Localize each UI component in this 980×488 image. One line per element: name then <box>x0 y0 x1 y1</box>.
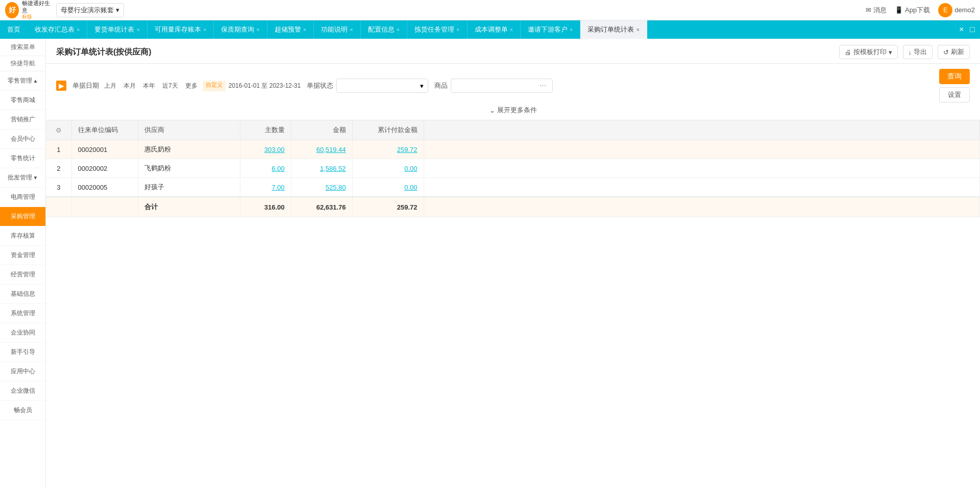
nav-tabs: 首页 收发存汇总表 × 要货单统计表 × 可用量库存账本 × 保质期查询 × 超… <box>0 20 980 39</box>
date-opt-this-month[interactable]: 本月 <box>121 81 138 91</box>
close-all-btn[interactable]: × <box>958 24 965 35</box>
col-header-amount[interactable]: 金额 <box>291 120 352 140</box>
sidebar-item-wholesale[interactable]: 批发管理 ▼ <box>0 168 45 188</box>
maximize-btn[interactable]: □ <box>969 24 976 35</box>
sidebar-item-retail[interactable]: 零售管理 ▲ <box>0 71 45 91</box>
cell-supplier: 好孩子 <box>138 178 240 197</box>
page-title: 采购订单统计表(按供应商) <box>56 47 152 58</box>
footer-amount: 62,631.76 <box>291 197 352 217</box>
filter-toggle-btn[interactable]: ▶ <box>56 81 66 91</box>
cell-paid[interactable]: 0.00 <box>352 178 424 197</box>
close-icon[interactable]: × <box>350 27 353 33</box>
close-icon[interactable]: × <box>397 27 400 33</box>
tab-baozhi[interactable]: 保质期查询 × <box>214 20 267 39</box>
close-icon[interactable]: × <box>636 27 639 33</box>
sidebar-search[interactable]: 搜索菜单 <box>0 39 45 56</box>
sidebar-item-wechat[interactable]: 企业微信 <box>0 381 45 401</box>
org-selector[interactable]: 母婴行业演示账套 ▾ <box>56 3 124 17</box>
sidebar-item-finance[interactable]: 资金管理 <box>0 246 45 265</box>
sidebar: 搜索菜单 快捷导航 零售管理 ▲ 零售商城 营销推广 会员中心 零售统计 批发管… <box>0 39 46 488</box>
cell-num: 1 <box>46 140 71 159</box>
close-icon[interactable]: × <box>77 27 80 33</box>
cell-amount[interactable]: 60,519.44 <box>291 140 352 159</box>
cell-supplier: 飞鹤奶粉 <box>138 159 240 178</box>
table-header-row: ⚙ 往来单位编码 供应商 主数量 金额 累计付款金额 <box>46 120 980 140</box>
date-opt-more[interactable]: 更多 <box>183 81 200 91</box>
col-header-paid[interactable]: 累计付款金额 <box>352 120 424 140</box>
close-icon[interactable]: × <box>456 27 459 33</box>
tab-invite[interactable]: 邀请下游客户 × <box>521 20 580 39</box>
tab-purchase-stats[interactable]: 采购订单统计表 × <box>580 20 647 39</box>
tab-jianhuo[interactable]: 拣货任务管理 × <box>407 20 467 39</box>
filter-area: ▶ 单据日期 上月 本月 本年 近7天 更多 自定义 2016-01-01 至 … <box>46 64 980 120</box>
cell-qty[interactable]: 7.00 <box>240 178 291 197</box>
user-info[interactable]: E demo2 <box>938 3 975 17</box>
sidebar-item-membership[interactable]: 畅会员 <box>0 401 45 420</box>
date-opt-custom[interactable]: 自定义 <box>203 81 226 91</box>
cell-amount[interactable]: 1,586.52 <box>291 159 352 178</box>
sidebar-item-purchase[interactable]: 采购管理 <box>0 207 45 226</box>
tab-chengben[interactable]: 成本调整单 × <box>468 20 521 39</box>
table-row[interactable]: 1 00020001 惠氏奶粉 303.00 60,519.44 259.72 <box>46 140 980 159</box>
col-header-code[interactable]: 往来单位编码 <box>71 120 138 140</box>
close-icon[interactable]: × <box>256 27 259 33</box>
export-icon: ↓ <box>909 48 912 56</box>
avatar: E <box>938 3 952 17</box>
message-btn[interactable]: ✉ 消息 <box>866 6 887 15</box>
table-row[interactable]: 2 00020002 飞鹤奶粉 6.00 1,586.52 0.00 <box>46 159 980 178</box>
sidebar-item-enterprise[interactable]: 企业协同 <box>0 323 45 343</box>
table-row[interactable]: 3 00020005 好孩子 7.00 525.80 0.00 <box>46 178 980 197</box>
query-button[interactable]: 查询 <box>939 69 970 84</box>
app-download-btn[interactable]: 📱 App下载 <box>895 6 930 15</box>
close-icon[interactable]: × <box>570 27 573 33</box>
date-opt-this-year[interactable]: 本年 <box>141 81 157 91</box>
sidebar-item-marketing[interactable]: 营销推广 <box>0 110 45 130</box>
sidebar-item-newbie[interactable]: 新手引导 <box>0 343 45 362</box>
sidebar-item-inventory[interactable]: 库存核算 <box>0 226 45 246</box>
date-opt-7days[interactable]: 近7天 <box>160 81 180 91</box>
close-icon[interactable]: × <box>303 27 306 33</box>
cell-num: 3 <box>46 178 71 197</box>
goods-ellipsis-btn[interactable]: ··· <box>537 81 548 90</box>
sidebar-item-basic[interactable]: 基础信息 <box>0 285 45 304</box>
status-select[interactable]: ▾ <box>336 79 428 93</box>
tab-shoufacun[interactable]: 收发存汇总表 × <box>28 20 87 39</box>
close-icon[interactable]: × <box>510 27 513 33</box>
date-opt-last-month[interactable]: 上月 <box>102 81 118 91</box>
col-header-qty[interactable]: 主数量 <box>240 120 291 140</box>
tab-home[interactable]: 首页 <box>0 20 28 39</box>
tab-keyongliang[interactable]: 可用量库存账本 × <box>148 20 214 39</box>
sidebar-item-retail-stats[interactable]: 零售统计 <box>0 149 45 168</box>
cell-qty[interactable]: 6.00 <box>240 159 291 178</box>
sidebar-item-app-center[interactable]: 应用中心 <box>0 362 45 381</box>
sidebar-item-system[interactable]: 系统管理 <box>0 304 45 323</box>
expand-conditions-btn[interactable]: ⌄ 展开更多条件 <box>489 106 537 115</box>
cell-amount[interactable]: 525.80 <box>291 178 352 197</box>
export-button[interactable]: ↓ 导出 <box>903 45 933 59</box>
sidebar-item-retail-shop[interactable]: 零售商城 <box>0 91 45 110</box>
col-header-supplier[interactable]: 供应商 <box>138 120 240 140</box>
sidebar-item-member[interactable]: 会员中心 <box>0 130 45 149</box>
cell-paid[interactable]: 0.00 <box>352 159 424 178</box>
tab-peizhi[interactable]: 配置信息 × <box>361 20 407 39</box>
gear-icon[interactable]: ⚙ <box>56 126 62 134</box>
footer-label: 合计 <box>138 197 240 217</box>
status-filter: 单据状态 ▾ <box>307 79 428 93</box>
cell-code: 00020005 <box>71 178 138 197</box>
tab-chaochu[interactable]: 超储预警 × <box>267 20 314 39</box>
cell-paid[interactable]: 259.72 <box>352 140 424 159</box>
cell-qty[interactable]: 303.00 <box>240 140 291 159</box>
tab-yaohuo[interactable]: 要货单统计表 × <box>87 20 147 39</box>
sidebar-quick-nav[interactable]: 快捷导航 <box>0 56 45 71</box>
filter-second-row: ⌄ 展开更多条件 <box>56 106 970 115</box>
close-icon[interactable]: × <box>203 27 206 33</box>
tab-gongneng[interactable]: 功能说明 × <box>314 20 360 39</box>
data-table: ⚙ 往来单位编码 供应商 主数量 金额 累计付款金额 1 00020001 惠氏… <box>46 120 980 217</box>
close-icon[interactable]: × <box>136 27 139 33</box>
refresh-button[interactable]: ↺ 刷新 <box>938 45 970 59</box>
print-button[interactable]: 🖨 按模板打印 ▾ <box>839 45 898 59</box>
sidebar-item-operations[interactable]: 经营管理 <box>0 265 45 285</box>
settings-button[interactable]: 设置 <box>939 87 970 102</box>
cell-code: 00020001 <box>71 140 138 159</box>
sidebar-item-ecommerce[interactable]: 电商管理 <box>0 188 45 207</box>
